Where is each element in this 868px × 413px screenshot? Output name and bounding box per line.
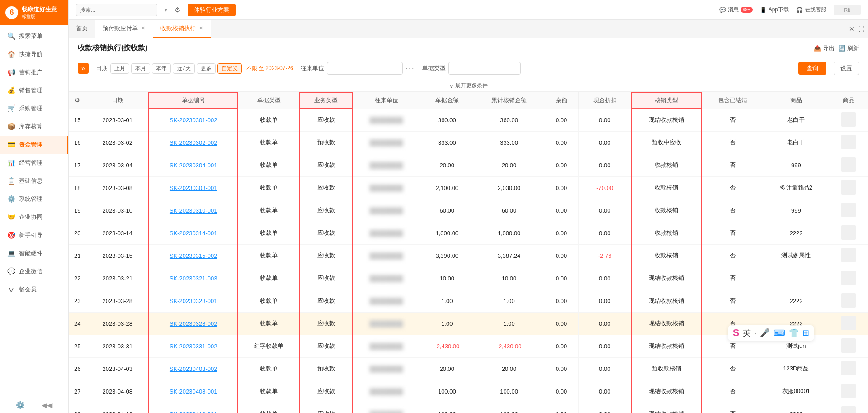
header-chevron-icon[interactable]: ▾ [165, 7, 167, 13]
th-cancel-type[interactable]: 核销类型 [631, 92, 702, 109]
export-action[interactable]: 📤 导出 [814, 44, 835, 52]
th-goods2[interactable]: 商品 [829, 92, 868, 109]
doc-no-link[interactable]: SK-20230314-001 [170, 230, 217, 237]
sidebar-label-search: 搜索菜单 [19, 32, 42, 40]
collapse-icon[interactable]: ◀◀ [42, 401, 52, 409]
tab-close-all-icon[interactable]: ✕ [849, 25, 854, 33]
th-doc-type[interactable]: 单据类型 [238, 92, 300, 109]
filter-settings-button[interactable]: 设置 [834, 62, 859, 75]
th-doc-no[interactable]: 单据编号 [149, 92, 238, 109]
doc-no-link[interactable]: SK-20230301-002 [170, 117, 217, 123]
doc-no-link[interactable]: SK-20230302-002 [170, 139, 217, 146]
filter-bar: » 日期 上月 本月 本年 近7天 更多 自定义 不限 至 2023-07-26 [69, 57, 868, 80]
sidebar-item-member[interactable]: V畅会员 [0, 280, 68, 299]
settings-icon[interactable]: ⚙️ [16, 401, 25, 409]
filter-dots[interactable]: ··· [406, 64, 415, 73]
sidebar-item-guide[interactable]: 🎯新手引导 [0, 226, 68, 244]
td-doc-no: SK-20230310-001 [149, 199, 238, 222]
td-balance: 0.00 [544, 154, 579, 176]
sidebar-item-wechat[interactable]: 💬企业微信 [0, 262, 68, 280]
sidebar-item-purchase[interactable]: 🛒采购管理 [0, 100, 68, 118]
header-gear-icon[interactable]: ⚙ [175, 6, 180, 14]
td-amount: -2,430.00 [420, 335, 474, 357]
td-biz-type: 应收款 [300, 176, 353, 199]
doc-no-link[interactable]: SK-20230331-002 [170, 343, 217, 350]
expand-more-button[interactable]: ∨ 展开更多条件 [449, 82, 488, 90]
doc-no-link[interactable]: SK-20230321-003 [170, 275, 217, 282]
sidebar-item-inventory[interactable]: 📦库存核算 [0, 118, 68, 136]
last-7-days-btn[interactable]: 近7天 [173, 63, 195, 74]
th-amount[interactable]: 单据金额 [420, 92, 474, 109]
doc-no-link[interactable]: SK-20230308-001 [170, 185, 217, 191]
sidebar-item-enterprise[interactable]: 🤝企业协同 [0, 208, 68, 226]
td-biz-type: 应收款 [300, 403, 353, 413]
online-service-action[interactable]: 🎧 在线客服 [796, 6, 826, 14]
doc-no-link[interactable]: SK-20230315-002 [170, 252, 217, 259]
th-date[interactable]: 日期 [86, 92, 149, 109]
td-goods1: 多计量商品2 [763, 176, 829, 199]
tab-collection-cancel[interactable]: 收款核销执行 ✕ [153, 20, 211, 38]
doc-no-link[interactable]: SK-20230408-001 [170, 388, 217, 395]
tab-home[interactable]: 首页 [69, 20, 95, 38]
sidebar-item-system[interactable]: ⚙️系统管理 [0, 190, 68, 208]
th-balance[interactable]: 余额 [544, 92, 579, 109]
td-cancel-type: 现结收款核销 [631, 109, 702, 131]
header-search-input[interactable] [76, 4, 157, 16]
td-balance: 0.00 [544, 222, 579, 244]
more-date-btn[interactable]: 更多 [197, 63, 216, 74]
th-accum-cancel[interactable]: 累计核销金额 [474, 92, 544, 109]
sidebar-item-search[interactable]: 🔍搜索菜单 [0, 27, 68, 45]
sidebar-icon-marketing: 📢 [7, 68, 15, 76]
tab-advance-payment[interactable]: 预付款应付单 ✕ [95, 20, 153, 38]
td-include-settled: 否 [702, 131, 763, 154]
advance-payment-tab-close[interactable]: ✕ [141, 25, 146, 32]
voucher-type-select[interactable] [448, 62, 521, 75]
th-cash-disc[interactable]: 现金折扣 [579, 92, 631, 109]
sidebar-item-basic-info[interactable]: 📋基础信息 [0, 172, 68, 190]
doc-no-link[interactable]: SK-20230418-001 [170, 411, 217, 413]
td-counterparty: ████████ [353, 244, 420, 267]
th-gear[interactable]: ⚙ [69, 92, 86, 109]
tab-expand-icon[interactable]: ⛶ [858, 25, 864, 33]
goods-thumbnail [841, 135, 856, 149]
doc-no-link[interactable]: SK-20230328-001 [170, 298, 217, 304]
app-download-action[interactable]: 📱 App下载 [760, 6, 789, 14]
th-biz-type[interactable]: 业务类型 [300, 92, 353, 109]
doc-no-link[interactable]: SK-20230310-001 [170, 207, 217, 214]
doc-no-link[interactable]: SK-20230304-001 [170, 162, 217, 169]
doc-no-link[interactable]: SK-20230328-002 [170, 320, 217, 327]
th-counterparty[interactable]: 往来单位 [353, 92, 420, 109]
td-biz-type: 应收款 [300, 109, 353, 131]
filter-expand-button[interactable]: » [78, 63, 89, 74]
last-month-btn[interactable]: 上月 [110, 63, 129, 74]
this-month-btn[interactable]: 本月 [131, 63, 150, 74]
custom-date-btn[interactable]: 自定义 [217, 63, 242, 74]
table-container[interactable]: ⚙ 日期 单据编号 单据类型 业务类型 往来单位 单据金额 累计核销金额 余额 … [69, 92, 868, 413]
th-include-settled[interactable]: 包含已结清 [702, 92, 763, 109]
sidebar-item-hardware[interactable]: 💻智能硬件 [0, 244, 68, 262]
sidebar-item-operations[interactable]: 📊经营管理 [0, 154, 68, 172]
counterparty-filter-input[interactable] [327, 62, 403, 75]
user-avatar[interactable]: Rit [834, 5, 861, 15]
td-no: 27 [69, 380, 86, 403]
td-doc-no: SK-20230418-001 [149, 403, 238, 413]
sidebar-item-quick-nav[interactable]: 🏠快捷导航 [0, 45, 68, 63]
query-button[interactable]: 查询 [798, 62, 826, 75]
refresh-action[interactable]: 🔄 刷新 [838, 44, 859, 52]
th-goods1[interactable]: 商品 [763, 92, 829, 109]
logo-icon: 6 [5, 6, 18, 19]
doc-no-link[interactable]: SK-20230403-002 [170, 366, 217, 372]
td-cancel-type: 现结收款核销 [631, 335, 702, 357]
sidebar-item-finance[interactable]: 💳资金管理 [0, 136, 68, 154]
this-year-btn[interactable]: 本年 [152, 63, 171, 74]
sidebar-item-marketing[interactable]: 📢营销推广 [0, 63, 68, 81]
tab-end-actions: ✕ ⛶ [845, 20, 868, 38]
industry-solution-button[interactable]: 体验行业方案 [188, 4, 236, 16]
sidebar-item-sales[interactable]: 💰销售管理 [0, 81, 68, 100]
collection-cancel-tab-close[interactable]: ✕ [198, 25, 203, 32]
td-counterparty: ████████ [353, 312, 420, 335]
td-accum-cancel: 100.00 [474, 403, 544, 413]
sidebar-icon-sales: 💰 [7, 86, 15, 95]
messages-action[interactable]: 💬 消息 99+ [719, 6, 753, 14]
td-doc-no: SK-20230331-002 [149, 335, 238, 357]
